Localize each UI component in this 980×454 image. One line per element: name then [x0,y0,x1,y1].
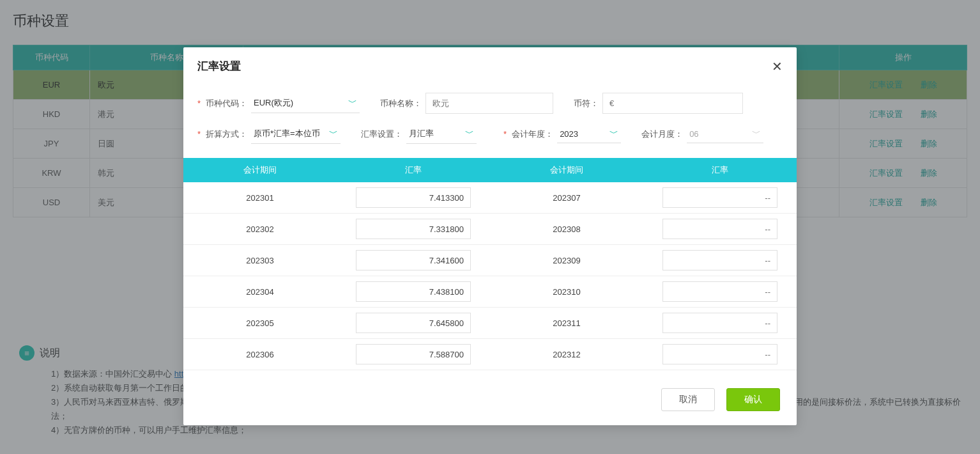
th-period-right: 会计期间 [490,158,643,182]
currency-code-value: EUR(欧元) [254,97,293,109]
required-marker: * [197,98,201,108]
rate-row: 202305202311 [183,308,797,339]
rate-type-value: 月汇率 [409,128,434,139]
rate-modal: 汇率设置 ✕ * 币种代码： EUR(欧元) ﹀ 币种名称： 币符： [183,47,797,425]
rate-input[interactable] [662,219,777,239]
period-cell: 202311 [490,308,643,339]
th-rate-right: 汇率 [643,158,797,182]
label-fiscal-month: 会计月度： [641,129,683,140]
fiscal-year-value: 2023 [560,129,578,139]
period-cell: 202303 [183,245,337,276]
modal-title: 汇率设置 [197,59,241,74]
rate-input[interactable] [356,187,471,208]
period-cell: 202312 [490,339,643,370]
chevron-down-icon: ﹀ [465,128,474,139]
fiscal-year-select[interactable]: 2023 ﹀ [557,125,621,143]
period-cell: 202302 [183,214,337,245]
chevron-down-icon: ﹀ [609,128,618,139]
rate-input[interactable] [662,281,777,302]
label-method: 折算方式： [206,129,247,140]
period-cell: 202306 [183,339,337,370]
rate-input[interactable] [356,250,471,270]
label-fiscal-year: 会计年度： [512,129,553,140]
rate-input[interactable] [662,313,777,333]
period-cell: 202307 [490,182,643,214]
fiscal-month-value: 06 [689,129,698,139]
confirm-button[interactable]: 确认 [726,388,780,411]
chevron-down-icon: ﹀ [348,97,357,109]
rate-row: 202306202312 [183,339,797,370]
close-icon[interactable]: ✕ [772,60,783,73]
rate-table: 会计期间 汇率 会计期间 汇率 202301202307202302202308… [183,158,797,370]
method-select[interactable]: 原币*汇率=本位币 ﹀ [251,124,341,144]
period-cell: 202309 [490,245,643,276]
rate-input[interactable] [356,219,471,239]
required-marker: * [503,129,507,139]
modal-overlay: 汇率设置 ✕ * 币种代码： EUR(欧元) ﹀ 币种名称： 币符： [0,0,980,454]
th-period-left: 会计期间 [183,158,337,182]
period-cell: 202304 [183,276,337,308]
method-value: 原币*汇率=本位币 [254,128,320,139]
label-currency-code: 币种代码： [206,98,247,109]
chevron-down-icon: ﹀ [752,128,761,139]
rate-row: 202302202308 [183,214,797,245]
period-cell: 202308 [490,214,643,245]
rate-input[interactable] [356,313,471,333]
period-cell: 202301 [183,182,337,214]
label-symbol: 币符： [574,98,599,109]
period-cell: 202310 [490,276,643,308]
symbol-input[interactable] [602,93,743,114]
rate-type-select[interactable]: 月汇率 ﹀ [406,124,477,144]
label-rate-type: 汇率设置： [361,129,402,140]
cancel-button[interactable]: 取消 [661,388,715,411]
fiscal-month-select[interactable]: 06 ﹀ [687,125,763,143]
required-marker: * [197,129,201,139]
rate-row: 202301202307 [183,182,797,214]
currency-code-select[interactable]: EUR(欧元) ﹀ [251,93,360,113]
rate-row: 202303202309 [183,245,797,276]
period-cell: 202305 [183,308,337,339]
chevron-down-icon: ﹀ [329,128,338,139]
rate-row: 202304202310 [183,276,797,308]
rate-input[interactable] [662,250,777,270]
label-currency-name: 币种名称： [380,98,422,109]
currency-name-input[interactable] [425,93,553,114]
rate-input[interactable] [356,281,471,302]
rate-input[interactable] [356,344,471,364]
rate-input[interactable] [662,344,777,364]
rate-input[interactable] [662,187,777,208]
th-rate-left: 汇率 [337,158,490,182]
